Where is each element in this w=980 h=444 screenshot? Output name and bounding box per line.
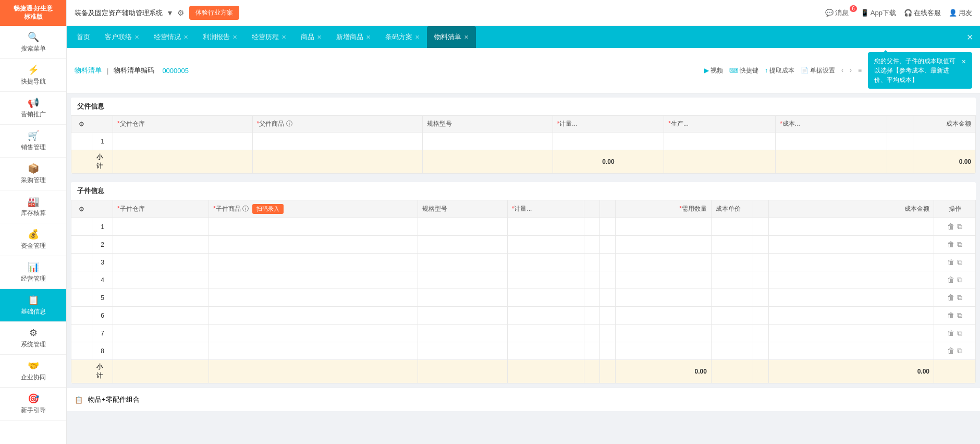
message-badge-item[interactable]: 💬 消息 6: [825, 8, 853, 18]
sidebar-item-系统管理[interactable]: ⚙系统管理: [0, 322, 66, 355]
child-row-cost-unit-2[interactable]: [711, 236, 753, 254]
scan-input-button[interactable]: 扫码录入: [252, 204, 284, 214]
copy-row-8-btn[interactable]: ⧉: [957, 346, 962, 355]
child-row-spec-5[interactable]: [418, 289, 507, 307]
child-row-product-8[interactable]: [209, 342, 418, 360]
delete-row-1-btn[interactable]: 🗑: [947, 222, 954, 231]
child-row-spec-2[interactable]: [418, 236, 507, 254]
grid-view-btn[interactable]: ≡: [858, 67, 862, 74]
online-service-item[interactable]: 🎧 在线客服: [904, 8, 941, 18]
child-row-unit-5[interactable]: [507, 289, 584, 307]
child-row-cost-unit-6[interactable]: [711, 307, 753, 325]
delete-row-2-btn[interactable]: 🗑: [947, 240, 954, 249]
child-row-warehouse-3[interactable]: [113, 254, 209, 271]
settings-dropdown-icon[interactable]: ▾: [168, 8, 172, 18]
delete-row-7-btn[interactable]: 🗑: [947, 329, 954, 338]
sidebar-item-资金管理[interactable]: 💰资金管理: [0, 223, 66, 256]
video-action[interactable]: ▶视频: [704, 66, 723, 75]
sidebar-item-采购管理[interactable]: 📦采购管理: [0, 158, 66, 190]
child-row-quantity-8[interactable]: [615, 342, 711, 360]
child-row-unit-3[interactable]: [507, 254, 584, 271]
child-row-product-5[interactable]: [209, 289, 418, 307]
child-row-cost-unit-1[interactable]: [711, 218, 753, 236]
nav-tab-客户联络[interactable]: 客户联络 ✕: [97, 26, 146, 48]
child-row-product-2[interactable]: [209, 236, 418, 254]
breadcrumb-parent[interactable]: 物料清单: [75, 66, 102, 75]
copy-row-4-btn[interactable]: ⧉: [957, 275, 962, 284]
child-row-cost-unit-5[interactable]: [711, 289, 753, 307]
child-row-unit-1[interactable]: [507, 218, 584, 236]
settings-gear-icon[interactable]: ⚙: [79, 121, 84, 128]
delete-row-4-btn[interactable]: 🗑: [947, 275, 954, 284]
child-row-warehouse-2[interactable]: [113, 236, 209, 254]
child-row-cost-unit-4[interactable]: [711, 271, 753, 289]
child-row-quantity-6[interactable]: [615, 307, 711, 325]
child-row-product-7[interactable]: [209, 325, 418, 342]
sidebar-item-企业协同[interactable]: 🤝企业协同: [0, 355, 66, 388]
copy-row-2-btn[interactable]: ⧉: [957, 240, 962, 249]
child-row-spec-3[interactable]: [418, 254, 507, 271]
copy-row-6-btn[interactable]: ⧉: [957, 311, 962, 320]
child-row-unit-8[interactable]: [507, 342, 584, 360]
gear-icon[interactable]: ⚙: [177, 8, 184, 18]
child-row-quantity-7[interactable]: [615, 325, 711, 342]
copy-row-5-btn[interactable]: ⧉: [957, 293, 962, 302]
child-row-warehouse-7[interactable]: [113, 325, 209, 342]
child-row-cost-unit-3[interactable]: [711, 254, 753, 271]
close-tab-经营历程[interactable]: ✕: [281, 34, 286, 41]
child-row-spec-6[interactable]: [418, 307, 507, 325]
delete-row-8-btn[interactable]: 🗑: [947, 346, 954, 355]
tooltip-close-btn[interactable]: ×: [962, 56, 966, 67]
child-row-quantity-5[interactable]: [615, 289, 711, 307]
nav-tab-商品[interactable]: 商品 ✕: [293, 26, 329, 48]
child-row-spec-4[interactable]: [418, 271, 507, 289]
next-nav-btn[interactable]: ›: [850, 67, 852, 74]
sidebar-item-销售管理[interactable]: 🛒销售管理: [0, 125, 66, 158]
child-row-product-3[interactable]: [209, 254, 418, 271]
parent-row-spec[interactable]: [422, 133, 553, 150]
child-row-product-4[interactable]: [209, 271, 418, 289]
nav-tab-经营情况[interactable]: 经营情况 ✕: [146, 26, 195, 48]
app-download-item[interactable]: 📱 App下载: [861, 8, 896, 18]
close-tab-新增商品[interactable]: ✕: [366, 34, 371, 41]
sidebar-item-营销推广[interactable]: 📢营销推广: [0, 92, 66, 125]
delete-row-6-btn[interactable]: 🗑: [947, 311, 954, 320]
parent-row-cost[interactable]: [776, 133, 887, 150]
nav-tab-物料清单[interactable]: 物料清单 ✕: [427, 26, 476, 48]
close-tab-经营情况[interactable]: ✕: [183, 34, 188, 41]
copy-row-3-btn[interactable]: ⧉: [957, 258, 962, 267]
parent-row-unit[interactable]: [553, 133, 664, 150]
prev-nav-btn[interactable]: ‹: [841, 67, 843, 74]
sidebar-item-经营管理[interactable]: 📊经营管理: [0, 256, 66, 289]
nav-tab-经营历程[interactable]: 经营历程 ✕: [244, 26, 293, 48]
child-row-product-1[interactable]: [209, 218, 418, 236]
sidebar-item-库存核算[interactable]: 🏭库存核算: [0, 190, 66, 223]
child-row-warehouse-5[interactable]: [113, 289, 209, 307]
child-row-spec-1[interactable]: [418, 218, 507, 236]
sidebar-item-搜索菜单[interactable]: 🔍搜索菜单: [0, 26, 66, 59]
close-tab-物料清单[interactable]: ✕: [464, 34, 469, 41]
child-row-warehouse-6[interactable]: [113, 307, 209, 325]
child-row-cost-unit-8[interactable]: [711, 342, 753, 360]
close-tab-客户联络[interactable]: ✕: [134, 34, 139, 41]
shortcut-action[interactable]: ⌨快捷键: [729, 66, 758, 75]
child-row-warehouse-1[interactable]: [113, 218, 209, 236]
child-row-quantity-1[interactable]: [615, 218, 711, 236]
child-row-cost-unit-7[interactable]: [711, 325, 753, 342]
child-row-quantity-4[interactable]: [615, 271, 711, 289]
child-row-unit-2[interactable]: [507, 236, 584, 254]
delete-row-5-btn[interactable]: 🗑: [947, 293, 954, 302]
child-row-spec-7[interactable]: [418, 325, 507, 342]
user-item[interactable]: 👤 用友: [949, 8, 972, 18]
child-settings-gear-icon[interactable]: ⚙: [79, 206, 84, 213]
child-row-warehouse-8[interactable]: [113, 342, 209, 360]
parent-row-product[interactable]: [252, 133, 422, 150]
close-tab-条码方案[interactable]: ✕: [415, 34, 420, 41]
sidebar-item-新手引导[interactable]: 🎯新手引导: [0, 388, 66, 421]
close-all-tabs-button[interactable]: ✕: [962, 32, 977, 42]
child-row-quantity-2[interactable]: [615, 236, 711, 254]
parent-row-production[interactable]: [664, 133, 776, 150]
sidebar-item-基础信息[interactable]: 📋基础信息: [0, 289, 66, 322]
extract-cost-action[interactable]: ↑提取成本: [765, 66, 794, 75]
parent-row-warehouse[interactable]: [113, 133, 253, 150]
